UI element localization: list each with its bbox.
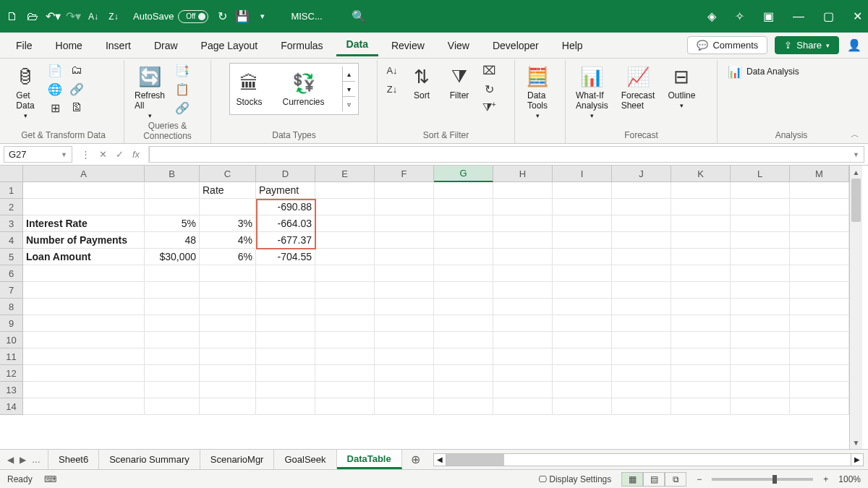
zoom-level[interactable]: 100%: [838, 474, 861, 484]
column-header-C[interactable]: C: [200, 166, 256, 182]
cell-B13[interactable]: [145, 382, 200, 398]
cell-I13[interactable]: [553, 382, 612, 398]
display-settings-button[interactable]: 🖵 Display Settings: [538, 474, 611, 484]
cell-K6[interactable]: [671, 265, 731, 282]
search-icon[interactable]: 🔍: [352, 9, 366, 23]
account-icon[interactable]: 👤: [846, 38, 862, 53]
zoom-in-button[interactable]: +: [823, 474, 828, 484]
cell-A6[interactable]: [23, 265, 145, 282]
column-header-I[interactable]: I: [553, 166, 612, 182]
gallery-up-icon[interactable]: ▴: [343, 67, 355, 82]
cell-B1[interactable]: [145, 182, 200, 199]
tab-data[interactable]: Data: [336, 34, 378, 56]
cell-H14[interactable]: [493, 398, 553, 415]
tab-file[interactable]: File: [6, 35, 43, 56]
diamond-icon[interactable]: ◈: [707, 9, 716, 23]
undo-icon[interactable]: ↶▾: [46, 10, 59, 23]
cell-D5[interactable]: -704.55: [256, 249, 315, 265]
cell-F4[interactable]: [375, 232, 434, 249]
cell-A14[interactable]: [23, 398, 145, 415]
cell-D4[interactable]: -677.37: [256, 232, 315, 249]
cell-I6[interactable]: [553, 265, 612, 282]
vertical-scrollbar[interactable]: ▲ ▼: [849, 166, 862, 449]
queries-icon[interactable]: 📑: [175, 63, 190, 77]
cell-B7[interactable]: [145, 282, 200, 299]
properties-icon[interactable]: 📋: [175, 82, 190, 96]
cell-D1[interactable]: Payment: [256, 182, 315, 199]
cell-E5[interactable]: [315, 249, 375, 265]
cell-G13[interactable]: [434, 382, 493, 398]
cell-M12[interactable]: [790, 365, 849, 382]
cell-J13[interactable]: [612, 382, 671, 398]
cell-F11[interactable]: [375, 348, 434, 365]
gallery-down-icon[interactable]: ▾: [343, 82, 355, 97]
row-header-6[interactable]: 6: [0, 265, 23, 282]
advanced-filter-icon[interactable]: ⧩⁺: [482, 100, 496, 115]
share-button[interactable]: ⇪ Share ▾: [775, 36, 839, 54]
row-header-14[interactable]: 14: [0, 398, 23, 415]
cell-M5[interactable]: [790, 249, 849, 265]
scroll-up-icon[interactable]: ▲: [850, 166, 862, 179]
cell-D2[interactable]: -690.88: [256, 199, 315, 215]
qat-more-icon[interactable]: ▾: [256, 10, 269, 23]
cell-G3[interactable]: [434, 215, 493, 232]
cell-L13[interactable]: [731, 382, 790, 398]
cell-J7[interactable]: [612, 282, 671, 299]
name-box[interactable]: G27 ▼: [4, 146, 72, 163]
cell-M2[interactable]: [790, 199, 849, 215]
cell-J4[interactable]: [612, 232, 671, 249]
cell-G2[interactable]: [434, 199, 493, 215]
close-button[interactable]: ✕: [853, 9, 862, 23]
cell-D12[interactable]: [256, 365, 315, 382]
sheet-nav-dots[interactable]: …: [32, 455, 41, 465]
cell-C6[interactable]: [200, 265, 256, 282]
sort-asc-icon[interactable]: A↓: [87, 10, 100, 23]
cell-C2[interactable]: [200, 199, 256, 215]
get-data-button[interactable]: 🛢 Get Data ▾: [10, 63, 41, 121]
cell-G8[interactable]: [434, 299, 493, 315]
expand-formula-icon[interactable]: ▼: [853, 151, 859, 158]
data-tools-button[interactable]: 🧮 Data Tools ▾: [522, 63, 553, 121]
cell-M14[interactable]: [790, 398, 849, 415]
minimize-button[interactable]: —: [793, 10, 804, 23]
cell-L7[interactable]: [731, 282, 790, 299]
row-header-7[interactable]: 7: [0, 282, 23, 299]
cell-F8[interactable]: [375, 299, 434, 315]
cell-B4[interactable]: 48: [145, 232, 200, 249]
cell-J8[interactable]: [612, 299, 671, 315]
cell-H3[interactable]: [493, 215, 553, 232]
tab-draw[interactable]: Draw: [144, 35, 188, 56]
cell-B6[interactable]: [145, 265, 200, 282]
cell-C3[interactable]: 3%: [200, 215, 256, 232]
cell-I7[interactable]: [553, 282, 612, 299]
zoom-slider[interactable]: [712, 478, 813, 481]
cell-F5[interactable]: [375, 249, 434, 265]
cell-B9[interactable]: [145, 315, 200, 332]
cell-D9[interactable]: [256, 315, 315, 332]
cell-E2[interactable]: [315, 199, 375, 215]
cell-I4[interactable]: [553, 232, 612, 249]
cell-C1[interactable]: Rate: [200, 182, 256, 199]
cell-M7[interactable]: [790, 282, 849, 299]
cell-B11[interactable]: [145, 348, 200, 365]
cell-H9[interactable]: [493, 315, 553, 332]
zoom-out-button[interactable]: −: [697, 474, 702, 484]
open-file-icon[interactable]: 🗁: [26, 10, 39, 23]
cell-I8[interactable]: [553, 299, 612, 315]
cell-K9[interactable]: [671, 315, 731, 332]
cell-B8[interactable]: [145, 299, 200, 315]
tab-help[interactable]: Help: [552, 35, 593, 56]
cell-D13[interactable]: [256, 382, 315, 398]
cell-K5[interactable]: [671, 249, 731, 265]
wand-icon[interactable]: ✧: [735, 9, 744, 23]
row-header-4[interactable]: 4: [0, 232, 23, 249]
cell-K1[interactable]: [671, 182, 731, 199]
cell-J11[interactable]: [612, 348, 671, 365]
collapse-ribbon-icon[interactable]: ︿: [851, 129, 859, 141]
row-header-11[interactable]: 11: [0, 348, 23, 365]
cell-F9[interactable]: [375, 315, 434, 332]
new-file-icon[interactable]: 🗋: [6, 10, 19, 23]
cell-G7[interactable]: [434, 282, 493, 299]
cell-J10[interactable]: [612, 332, 671, 348]
cell-G9[interactable]: [434, 315, 493, 332]
